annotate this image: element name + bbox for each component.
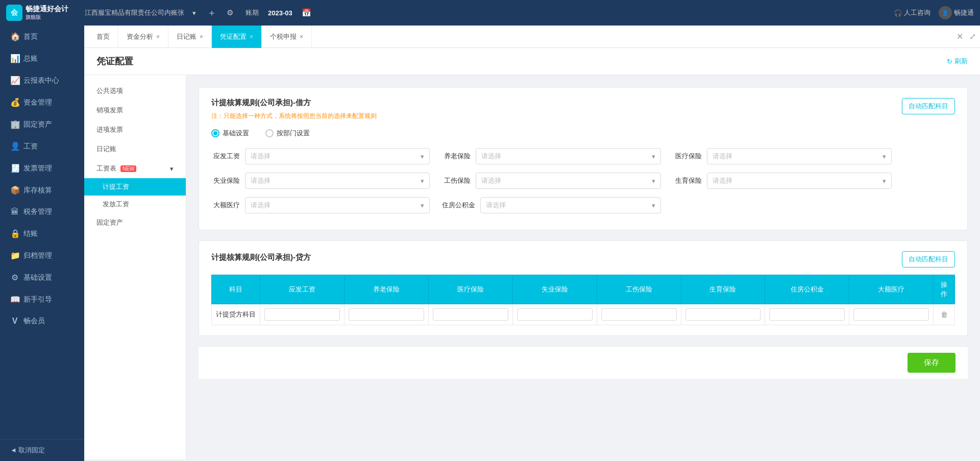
col-unemployment: 失业保险 [512,275,597,304]
menu-item-sales-invoice[interactable]: 销项发票 [84,101,186,120]
sidebar-item-close[interactable]: 🔒 结账 [0,223,84,245]
salary-icon: 👤 [10,141,19,151]
menu-journal-label: 日记账 [96,145,116,153]
sidebar-item-invoice[interactable]: 🧾 发票管理 [0,157,84,179]
sidebar-label-vip: 畅会员 [23,317,45,326]
sidebar-label-assets: 固定资产 [23,120,52,129]
sidebar-item-archive[interactable]: 📁 归档管理 [0,245,84,266]
field-housing-fund: 住房公积金 请选择 ▾ [442,197,660,213]
cell-maternity[interactable] [681,304,765,325]
tab-journal-close[interactable]: × [200,33,203,40]
menu-item-payroll-table[interactable]: 工资表 NEW ▾ [84,159,186,178]
pension-label: 养老保险 [442,152,471,161]
add-icon[interactable]: ＋ [207,7,216,19]
menu-payroll-table-label: 工资表 [96,164,116,173]
menu-item-fixed-assets[interactable]: 固定资产 [84,213,186,232]
credit-auto-match-button[interactable]: 自动匹配科目 [902,251,955,268]
tab-funds[interactable]: 资金分析 × [118,26,168,48]
expand-icon[interactable]: ⤢ [969,32,976,41]
cell-injury[interactable] [597,304,681,325]
input-gross[interactable] [264,308,340,321]
gross-salary-select[interactable]: 请选择 ▾ [245,148,430,164]
cell-housing[interactable] [765,304,849,325]
sidebar-label-ledger: 总账 [23,54,38,63]
sidebar-item-settings[interactable]: ⚙ 基础设置 [0,266,84,288]
close-window-icon[interactable]: ✕ [957,32,963,41]
maternity-select[interactable]: 请选择 ▾ [707,173,892,189]
radio-basic-label: 基础设置 [223,129,249,138]
tab-voucher-close[interactable]: × [250,33,253,40]
pension-placeholder: 请选择 [481,152,501,161]
input-housing[interactable] [769,308,845,321]
cell-large-medical[interactable] [849,304,934,325]
dropdown-icon[interactable]: ▾ [192,9,196,17]
sidebar-label-archive: 归档管理 [23,251,52,260]
input-pension[interactable] [349,308,424,321]
cell-unemployment[interactable] [512,304,597,325]
pension-select[interactable]: 请选择 ▾ [476,148,660,164]
sidebar-item-salary[interactable]: 👤 工资 [0,135,84,157]
sidebar-item-ledger[interactable]: 📊 总账 [0,47,84,69]
input-large-medical[interactable] [853,308,929,321]
col-injury: 工伤保险 [597,275,681,304]
medical-label: 医疗保险 [673,152,702,161]
radio-dept[interactable]: 按部门设置 [265,129,310,138]
field-injury: 工伤保险 请选择 ▾ [442,173,660,189]
large-medical-select[interactable]: 请选择 ▾ [245,197,430,213]
cell-gross[interactable] [260,304,345,325]
refresh-label: 刷新 [954,57,968,66]
menu-item-public[interactable]: 公共选项 [84,81,186,101]
invoice-icon: 🧾 [10,163,19,173]
input-medical[interactable] [433,308,508,321]
cancel-fixed-button[interactable]: ◄ 取消固定 [0,439,84,461]
cell-pension[interactable] [344,304,428,325]
sidebar-label-close: 结账 [23,229,38,238]
sidebar-item-assets[interactable]: 🏢 固定资产 [0,113,84,135]
tab-journal[interactable]: 日记账 × [168,26,212,48]
debit-auto-match-button[interactable]: 自动匹配科目 [902,98,955,114]
settings-icon: ⚙ [10,273,19,282]
sidebar-item-vip[interactable]: V 畅会员 [0,310,84,332]
menu-item-accrue-salary[interactable]: 计提工资 [84,178,186,196]
cell-medical[interactable] [428,304,512,325]
refresh-button[interactable]: ↻ 刷新 [947,57,968,66]
service-button[interactable]: 🎧 人工咨询 [894,8,930,17]
sidebar-item-guide[interactable]: 📖 新手引导 [0,288,84,310]
delete-row-button[interactable]: 🗑 [941,310,948,319]
housing-fund-label: 住房公积金 [442,201,475,210]
tab-voucher[interactable]: 凭证配置 × [212,26,262,48]
gross-salary-placeholder: 请选择 [251,152,271,161]
unemployment-placeholder: 请选择 [251,176,271,185]
page-content: 凭证配置 ↻ 刷新 公共选项 销项发票 进项发票 [84,48,980,461]
tab-home[interactable]: 首页 [88,26,118,48]
radio-basic-circle [211,129,219,137]
input-unemployment[interactable] [517,308,593,321]
user-menu[interactable]: 👤 畅捷通 [939,6,974,19]
calendar-icon[interactable]: 📅 [302,8,311,17]
sidebar-item-home[interactable]: 🏠 首页 [0,26,84,47]
menu-item-journal[interactable]: 日记账 [84,139,186,159]
injury-select[interactable]: 请选择 ▾ [476,173,660,189]
menu-public-label: 公共选项 [96,87,123,94]
save-button[interactable]: 保存 [908,353,955,373]
tab-tax[interactable]: 个税申报 × [262,26,312,48]
radio-basic[interactable]: 基础设置 [211,129,249,138]
menu-item-purchase-invoice[interactable]: 进项发票 [84,120,186,139]
unemployment-select[interactable]: 请选择 ▾ [245,173,430,189]
input-injury[interactable] [601,308,677,321]
sidebar-item-reports[interactable]: 📈 云报表中心 [0,69,84,91]
housing-fund-select[interactable]: 请选择 ▾ [480,197,660,213]
tab-funds-close[interactable]: × [156,33,160,40]
sidebar-item-funds[interactable]: 💰 资金管理 [0,91,84,113]
sidebar-item-inventory[interactable]: 📦 库存核算 [0,179,84,201]
medical-select[interactable]: 请选择 ▾ [707,148,892,164]
sidebar-label-inventory: 库存核算 [23,186,52,195]
sidebar-item-tax[interactable]: 🏛 税务管理 [0,201,84,223]
input-maternity[interactable] [685,308,761,321]
col-action: 操作 [934,275,955,304]
field-gross-salary: 应发工资 请选择 ▾ [211,148,430,164]
injury-placeholder: 请选择 [481,176,501,185]
gear-icon[interactable]: ⚙ [227,8,233,17]
menu-item-pay-salary[interactable]: 发放工资 [84,196,186,213]
tab-tax-close[interactable]: × [300,33,303,40]
